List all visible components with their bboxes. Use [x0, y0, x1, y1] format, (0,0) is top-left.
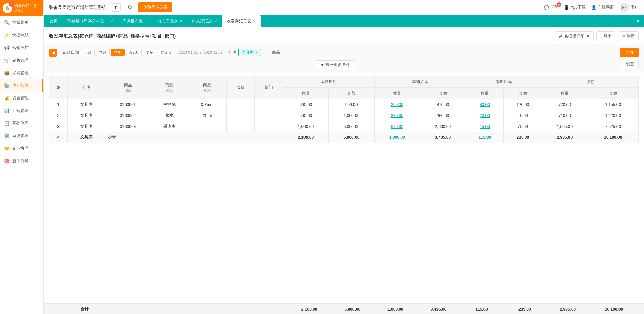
cell-in-qty[interactable]: 1,000.00: [374, 132, 420, 143]
sidebar: 6 6 畅捷通好生意 标准版 🔍 搜索菜单 ⚡ 快捷导航 📢 营销推广 🛒 销售…: [0, 0, 44, 314]
sidebar-item-quicknav[interactable]: ⚡ 快捷导航: [0, 29, 43, 42]
cell-balance-qty: 1,505.00: [542, 121, 588, 132]
cell-opening-qty: 1,000.00: [283, 121, 329, 132]
message-button[interactable]: 💬 消息 6: [544, 4, 559, 10]
sidebar-item-sales[interactable]: 🛒 销售管理: [0, 54, 43, 67]
tab-close-icon[interactable]: ✕: [214, 19, 217, 23]
more-date-button[interactable]: 更多: [143, 49, 156, 56]
sidebar-item-operations[interactable]: 📊 经营管理: [0, 104, 43, 117]
sidebar-item-search[interactable]: 🔍 搜索菜单: [0, 16, 43, 29]
warehouse-more-icon[interactable]: ···: [263, 50, 266, 55]
cell-in-qty[interactable]: 230.00: [374, 110, 420, 121]
app-download-button[interactable]: 📱 App下载: [564, 4, 586, 10]
tab-close-icon[interactable]: ✕: [145, 19, 148, 23]
main-area: 装备及固定资产辅助管理系统 ▼ ⚙ 体验行业方案 💬 消息 6 📱 App下载 …: [44, 0, 644, 314]
sidebar-item-basic[interactable]: 📋 基础信息: [0, 117, 43, 130]
tab-close-icon[interactable]: ✕: [253, 19, 256, 23]
service-icon: 👤: [591, 5, 596, 10]
cell-balance-amt: 1,420.00: [588, 110, 638, 121]
online-service-label: 在线客服: [598, 4, 614, 10]
refresh-button[interactable]: ↻ 刷新: [618, 31, 639, 41]
sidebar-item-label: 基础信息: [12, 120, 29, 126]
marketing-icon: 📢: [4, 45, 10, 51]
cell-goods-spec: [188, 121, 226, 132]
goods-more-icon[interactable]: ···: [282, 50, 285, 55]
export-button[interactable]: ↑ 导出: [596, 31, 615, 41]
sidebar-item-newbie[interactable]: 🎯 新手引导: [0, 155, 43, 167]
cell-goods-spec: 20ml: [188, 110, 226, 121]
th-opening-amt: 金额: [329, 88, 374, 99]
tab-inventory-dist[interactable]: 现存量（库存分布表） ✕: [63, 15, 118, 27]
this-month-button[interactable]: 本月: [96, 49, 110, 56]
tab-close-icon[interactable]: ✕: [180, 19, 182, 23]
cell-in-qty[interactable]: 250.00: [374, 99, 420, 110]
cell-subtotal-label: 小计: [105, 132, 283, 143]
data-table: ⚙ 仓库 商品编码 商品名称 商品规格 项目 部门 库存期初 本期入库 本期出库…: [49, 76, 639, 143]
tab-close-icon[interactable]: ✕: [110, 19, 113, 23]
tab-receive-summary[interactable]: 收发存汇总表 ✕: [222, 15, 261, 27]
logo-area: 6 6 畅捷通好生意 标准版: [0, 0, 43, 16]
page-header: 收发存汇总表(按仓库+商品编码+商品+规格型号+项目+部门) 🖨 换模板打印 ▼…: [44, 27, 644, 44]
date-range-text: 2023-01-01 至 2023-12-31: [179, 50, 223, 55]
warehouse-tag: 文具库 ✕: [238, 49, 261, 56]
system-dropdown[interactable]: ▼: [111, 3, 121, 12]
sidebar-item-label: 系统管理: [12, 133, 29, 139]
close-all-tabs-icon[interactable]: ✕: [635, 18, 640, 24]
purchase-icon: 📦: [4, 70, 10, 76]
cell-out-qty[interactable]: 80.00: [466, 99, 504, 110]
sidebar-item-label: 资金管理: [12, 95, 29, 101]
cell-no: 3: [49, 121, 68, 132]
sidebar-item-inventory[interactable]: 🏪 库存核算: [0, 79, 43, 92]
expand-conditions-button[interactable]: ▼ 展开更多条件: [316, 60, 355, 69]
tab-inout-flow[interactable]: 出入库流水 ✕: [152, 15, 187, 27]
table-container: ⚙ 仓库 商品编码 商品名称 商品规格 项目 部门 库存期初 本期入库 本期出库…: [44, 73, 644, 146]
online-service-button[interactable]: 👤 在线客服: [591, 4, 614, 10]
total-in-amt: 3,435.00: [417, 306, 460, 312]
last-month-button[interactable]: 上月: [81, 49, 95, 56]
sidebar-item-label: 经营管理: [12, 108, 29, 114]
basic-icon: 📋: [4, 121, 10, 126]
sidebar-nav: 🔍 搜索菜单 ⚡ 快捷导航 📢 营销推广 🛒 销售管理 📦 采购管理 🏪 库存核…: [0, 16, 43, 314]
page-content: 收发存汇总表(按仓库+商品编码+商品+规格型号+项目+部门) 🖨 换模板打印 ▼…: [44, 27, 644, 303]
logo-icon: 6 6: [3, 3, 12, 13]
cell-out-qty[interactable]: 15.00: [466, 121, 504, 132]
template-icon: 🖨: [559, 34, 563, 39]
cell-out-qty[interactable]: 115.00: [466, 132, 504, 143]
trial-button[interactable]: 体验行业方案: [138, 2, 172, 12]
warehouse-tag-close-icon[interactable]: ✕: [255, 51, 258, 54]
th-group-in: 本期入库: [374, 76, 466, 88]
user-label: 用户: [630, 4, 639, 10]
tab-batch[interactable]: 库存批次账 ✕: [118, 15, 152, 27]
cell-opening-amt: 900.00: [329, 99, 374, 110]
user-menu[interactable]: Ea 用户: [620, 3, 639, 12]
last7-button[interactable]: 近7天: [126, 49, 142, 56]
cell-balance-amt: 10,100.00: [588, 132, 638, 143]
cell-in-qty[interactable]: 520.00: [374, 121, 420, 132]
template-print-button[interactable]: 🖨 换模板打印 ▼: [555, 31, 594, 41]
sidebar-item-system[interactable]: ⚙️ 系统管理: [0, 130, 43, 142]
sidebar-item-enterprise[interactable]: 🤝 企业协同: [0, 142, 43, 155]
settings-button[interactable]: 设置: [622, 59, 639, 69]
filter-toggle-button[interactable]: ◀: [49, 49, 57, 57]
th-group-balance: 结存: [542, 76, 639, 88]
custom-date-button[interactable]: 自定义: [158, 49, 175, 56]
sidebar-item-finance[interactable]: 💰 资金管理: [0, 92, 43, 104]
cell-out-qty[interactable]: 20.00: [466, 110, 504, 121]
settings-gear-icon[interactable]: ⚙: [125, 3, 134, 12]
cell-goods-spec: 0.7mm: [188, 99, 226, 110]
cell-out-amt: 235.00: [504, 132, 542, 143]
cell-goods-name: 采访本: [151, 121, 188, 132]
this-year-button[interactable]: 本年: [111, 49, 125, 56]
total-balance-amt: 10,100.00: [589, 306, 639, 312]
logo-subtitle: 标准版: [14, 9, 37, 13]
cell-balance-qty: 770.00: [542, 99, 588, 110]
inventory-icon: 🏪: [4, 83, 10, 88]
sidebar-item-marketing[interactable]: 📢 营销推广: [0, 42, 43, 54]
message-badge: 6: [557, 2, 561, 7]
sidebar-item-purchase[interactable]: 📦 采购管理: [0, 67, 43, 79]
query-button[interactable]: 查询: [620, 48, 639, 57]
table-row: 1 文具库 0100001 中性笔 0.7mm 600.00 900.00 25…: [49, 99, 639, 110]
th-settings[interactable]: ⚙: [49, 76, 68, 99]
tab-home[interactable]: 首页: [45, 15, 63, 27]
tab-inout-summary[interactable]: 出入库汇总 ✕: [187, 15, 222, 27]
